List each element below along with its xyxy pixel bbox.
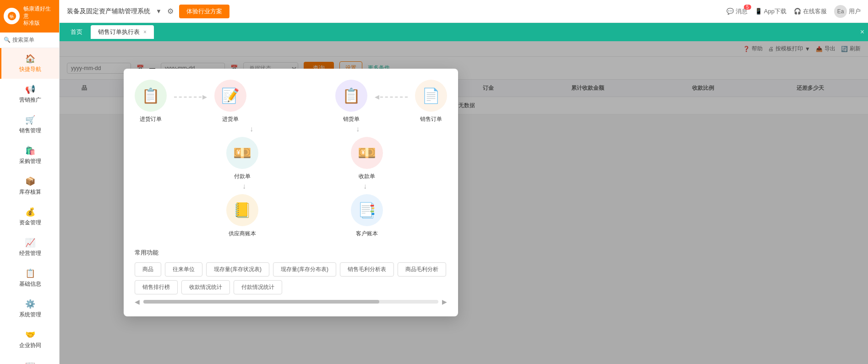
- arrow-right-1: ▶: [167, 93, 214, 100]
- sidebar-item-sales[interactable]: 🛒 销售管理: [0, 109, 59, 140]
- sidebar-item-basic[interactable]: 📋 基础信息: [0, 263, 59, 293]
- message-icon: 💬: [726, 8, 734, 15]
- service-icon: 🎧: [794, 8, 801, 15]
- top-header: 装备及固定资产辅助管理系统 ▼ ⚙ 体验行业方案 💬 消息 5 📱 App下载 …: [60, 0, 868, 23]
- flow-purchase-bill[interactable]: 📝 进货单: [214, 80, 246, 123]
- operations-icon: 📈: [25, 238, 35, 248]
- sidebar-item-quick-nav[interactable]: 🏠 快捷导航: [0, 48, 59, 79]
- flow-sales-order[interactable]: 📄 销售订单: [415, 80, 447, 123]
- common-btn-goods-profit[interactable]: 商品毛利分析: [398, 262, 446, 277]
- receipt-bill-icon: 💴: [351, 137, 383, 169]
- tab-close-icon[interactable]: ×: [143, 29, 147, 35]
- common-btn-payment-stats[interactable]: 付款情况统计: [234, 280, 282, 294]
- sidebar-item-marketing[interactable]: 📢 营销推广: [0, 79, 59, 109]
- scroll-left-icon[interactable]: ◀: [135, 298, 140, 305]
- sales-bill-icon: 📋: [335, 80, 367, 112]
- user-profile[interactable]: Ea 用户: [834, 5, 861, 18]
- trial-button[interactable]: 体验行业方案: [179, 5, 229, 18]
- purchase-bill-icon: 📝: [214, 80, 246, 112]
- common-title: 常用功能: [135, 249, 447, 257]
- common-btn-sales-rank[interactable]: 销售排行榜: [135, 280, 178, 294]
- logo-text: 畅康通好生意 标准版: [23, 5, 55, 27]
- modal-overlay[interactable]: 📋 进货订单 ▶ 📝: [60, 41, 868, 364]
- supplier-ledger-icon: 📒: [226, 194, 258, 226]
- sidebar-item-guide[interactable]: 📖 新手引导: [0, 355, 59, 364]
- marketing-icon: 📢: [25, 84, 35, 94]
- sales-order-icon: 📄: [415, 80, 447, 112]
- scroll-track[interactable]: [143, 300, 438, 304]
- guide-icon: 📖: [25, 360, 35, 364]
- common-btn-goods[interactable]: 商品: [135, 262, 161, 277]
- quick-nav-icon: 🏠: [25, 54, 35, 64]
- system-icon: ⚙️: [25, 299, 35, 309]
- flow-purchase-order[interactable]: 📋 进货订单: [135, 80, 167, 123]
- svg-text:畅: 畅: [9, 14, 13, 19]
- collab-icon: 🤝: [25, 330, 35, 340]
- flow-payment-bill[interactable]: 💴 付款单: [226, 137, 258, 180]
- purchase-order-icon: 📋: [135, 80, 167, 112]
- avatar: Ea: [834, 5, 847, 18]
- common-btn-partners[interactable]: 往来单位: [165, 262, 202, 277]
- tab-bar: 首页 销售订单执行表 × ×: [60, 23, 868, 41]
- tab-sales-order[interactable]: 销售订单执行表 ×: [91, 25, 154, 39]
- flow-receipt-bill[interactable]: 💴 收款单: [351, 137, 383, 180]
- sales-icon: 🛒: [25, 115, 35, 125]
- gear-icon[interactable]: ⚙: [167, 7, 174, 16]
- sidebar-item-collab[interactable]: 🤝 企业协同: [0, 324, 59, 355]
- sidebar-item-operations[interactable]: 📈 经营管理: [0, 232, 59, 263]
- finance-icon: 💰: [25, 207, 35, 217]
- customer-ledger-icon: 📑: [351, 194, 383, 226]
- flow-customer-ledger[interactable]: 📑 客户账本: [351, 194, 383, 238]
- common-btn-inventory-status[interactable]: 现存量(库存状况表): [206, 262, 269, 277]
- purchase-icon: 🛍️: [25, 146, 35, 156]
- system-title: 装备及固定资产辅助管理系统: [67, 7, 150, 16]
- tab-home[interactable]: 首页: [63, 25, 90, 39]
- sidebar-item-inventory[interactable]: 📦 库存核算: [0, 171, 59, 201]
- sidebar: 畅 畅康通好生意 标准版 🔍 搜索菜单 🏠 快捷导航 📢 营销推广 🛒 销售管理: [0, 0, 60, 364]
- flow-supplier-ledger[interactable]: 📒 供应商账本: [226, 194, 258, 238]
- sidebar-nav: 🏠 快捷导航 📢 营销推广 🛒 销售管理 🛍️ 采购管理 📦 库存核算 💰: [0, 48, 59, 364]
- basic-icon: 📋: [25, 268, 35, 278]
- common-btn-sales-profit[interactable]: 销售毛利分析表: [340, 262, 394, 277]
- modal: 📋 进货订单 ▶ 📝: [124, 69, 458, 316]
- flow-sales-bill[interactable]: 📋 销货单: [335, 80, 367, 123]
- payment-bill-icon: 💴: [226, 137, 258, 169]
- modal-scroll: ◀ ▶: [135, 298, 447, 305]
- common-btn-inventory-dist[interactable]: 现存量(库存分布表): [273, 262, 336, 277]
- dropdown-icon[interactable]: ▼: [156, 8, 162, 15]
- main-area: 装备及固定资产辅助管理系统 ▼ ⚙ 体验行业方案 💬 消息 5 📱 App下载 …: [60, 0, 868, 364]
- logo-icon: 畅: [4, 8, 20, 24]
- scroll-right-icon[interactable]: ▶: [442, 298, 447, 305]
- app-icon: 📱: [755, 8, 762, 15]
- common-section: 常用功能 商品 往来单位 现存量(库存状况表) 现存量(库存分布表) 销售毛利分…: [135, 249, 447, 294]
- inventory-icon: 📦: [25, 176, 35, 186]
- scroll-thumb: [143, 300, 379, 304]
- content-area: ❓ 帮助 🖨 按模板打印 ▼ 📤 导出 🔄 刷新: [60, 41, 868, 364]
- flow-section: 📋 进货订单 ▶ 📝: [135, 80, 447, 238]
- search-icon: 🔍: [4, 37, 11, 43]
- sidebar-search[interactable]: 🔍 搜索菜单: [0, 33, 59, 48]
- header-right: 💬 消息 5 📱 App下载 🎧 在线客服 Ea 用户: [726, 5, 861, 18]
- message-badge: 5: [744, 5, 751, 10]
- sidebar-item-system[interactable]: ⚙️ 系统管理: [0, 293, 59, 324]
- sidebar-item-finance[interactable]: 💰 资金管理: [0, 201, 59, 232]
- tab-bar-close-icon[interactable]: ×: [860, 28, 864, 36]
- arrow-left-1: ◀: [367, 93, 415, 100]
- message-button[interactable]: 💬 消息 5: [726, 7, 748, 16]
- common-btn-receipt-stats[interactable]: 收款情况统计: [181, 280, 230, 294]
- app-download-button[interactable]: 📱 App下载: [755, 7, 786, 16]
- online-service-button[interactable]: 🎧 在线客服: [794, 7, 827, 16]
- sidebar-item-purchase[interactable]: 🛍️ 采购管理: [0, 140, 59, 171]
- common-btns: 商品 往来单位 现存量(库存状况表) 现存量(库存分布表) 销售毛利分析表 商品…: [135, 262, 447, 294]
- sidebar-logo: 畅 畅康通好生意 标准版: [0, 0, 59, 33]
